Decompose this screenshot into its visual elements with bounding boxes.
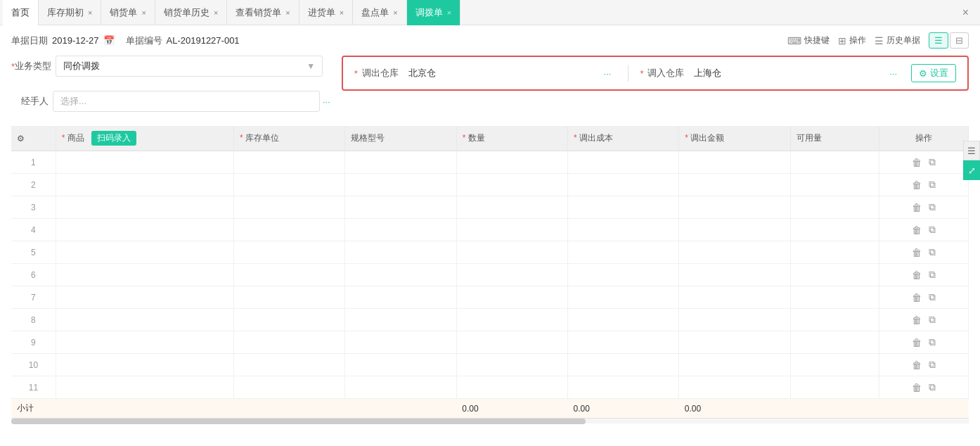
qty-cell[interactable] <box>456 219 567 241</box>
qty-cell[interactable] <box>456 196 567 219</box>
copy-icon[interactable]: ⧉ <box>927 222 937 237</box>
product-cell[interactable] <box>56 309 233 331</box>
transfer-in-more-btn[interactable]: ··· <box>884 68 903 79</box>
cost-cell[interactable] <box>568 241 679 264</box>
delete-icon[interactable]: 🗑 <box>910 178 923 192</box>
tab-home[interactable]: 首页 <box>3 0 39 25</box>
tab-stocktake-close[interactable]: × <box>393 8 397 17</box>
available-cell[interactable] <box>790 376 879 399</box>
available-cell[interactable] <box>790 219 879 241</box>
tab-transfer-close[interactable]: × <box>447 8 451 17</box>
amount-cell[interactable] <box>679 309 790 331</box>
delete-icon[interactable]: 🗑 <box>910 358 923 372</box>
spec-cell[interactable] <box>345 309 456 331</box>
amount-cell[interactable] <box>679 151 790 174</box>
view-list-btn[interactable]: ☰ <box>929 32 948 49</box>
amount-cell[interactable] <box>679 376 790 399</box>
product-cell[interactable] <box>56 174 233 196</box>
calendar-icon[interactable]: 📅 <box>103 35 115 46</box>
amount-cell[interactable] <box>679 286 790 309</box>
product-cell[interactable] <box>56 219 233 241</box>
cost-cell[interactable] <box>568 376 679 399</box>
spec-cell[interactable] <box>345 264 456 286</box>
cost-cell[interactable] <box>568 309 679 331</box>
delete-icon[interactable]: 🗑 <box>910 268 923 282</box>
delete-icon[interactable]: 🗑 <box>910 155 923 170</box>
delete-icon[interactable]: 🗑 <box>910 313 923 327</box>
delete-icon[interactable]: 🗑 <box>910 246 923 260</box>
unit-cell[interactable] <box>234 174 345 196</box>
spec-cell[interactable] <box>345 196 456 219</box>
scan-button[interactable]: 扫码录入 <box>91 131 136 146</box>
available-cell[interactable] <box>790 354 879 376</box>
tab-inventory-init[interactable]: 库存期初 × <box>39 0 101 25</box>
cost-cell[interactable] <box>568 196 679 219</box>
cost-cell[interactable] <box>568 354 679 376</box>
delete-icon[interactable]: 🗑 <box>910 291 923 305</box>
amount-cell[interactable] <box>679 174 790 196</box>
available-cell[interactable] <box>790 309 879 331</box>
cost-cell[interactable] <box>568 286 679 309</box>
horizontal-scrollbar[interactable] <box>11 418 969 423</box>
qty-cell[interactable] <box>456 309 567 331</box>
available-cell[interactable] <box>790 286 879 309</box>
product-cell[interactable] <box>56 331 233 354</box>
amount-cell[interactable] <box>679 331 790 354</box>
delete-icon[interactable]: 🗑 <box>910 223 923 237</box>
history-btn[interactable]: ☰ 历史单据 <box>875 34 920 46</box>
delete-icon[interactable]: 🗑 <box>910 381 923 395</box>
table-gear-icon[interactable]: ⚙ <box>17 134 25 144</box>
spec-cell[interactable] <box>345 331 456 354</box>
side-expand-icon[interactable]: ⤢ <box>963 160 980 180</box>
cost-cell[interactable] <box>568 331 679 354</box>
delete-icon[interactable]: 🗑 <box>910 336 923 350</box>
spec-cell[interactable] <box>345 376 456 399</box>
handler-select[interactable]: 选择... <box>53 91 320 112</box>
tab-view-sales[interactable]: 查看销货单 × <box>227 0 299 25</box>
tab-view-sales-close[interactable]: × <box>285 8 290 17</box>
product-cell[interactable] <box>56 286 233 309</box>
unit-cell[interactable] <box>234 376 345 399</box>
qty-cell[interactable] <box>456 264 567 286</box>
shortcuts-btn[interactable]: ⌨ 快捷键 <box>787 34 830 46</box>
copy-icon[interactable]: ⧉ <box>927 357 937 372</box>
settings-button[interactable]: ⚙ 设置 <box>911 64 956 82</box>
spec-cell[interactable] <box>345 174 456 196</box>
spec-cell[interactable] <box>345 286 456 309</box>
scroll-thumb[interactable] <box>11 419 586 424</box>
unit-cell[interactable] <box>234 264 345 286</box>
available-cell[interactable] <box>790 174 879 196</box>
qty-cell[interactable] <box>456 354 567 376</box>
qty-cell[interactable] <box>456 286 567 309</box>
amount-cell[interactable] <box>679 219 790 241</box>
qty-cell[interactable] <box>456 331 567 354</box>
qty-cell[interactable] <box>456 241 567 264</box>
spec-cell[interactable] <box>345 354 456 376</box>
delete-icon[interactable]: 🗑 <box>910 200 923 215</box>
copy-icon[interactable]: ⧉ <box>927 155 937 170</box>
available-cell[interactable] <box>790 264 879 286</box>
product-cell[interactable] <box>56 196 233 219</box>
copy-icon[interactable]: ⧉ <box>927 245 937 260</box>
spec-cell[interactable] <box>345 151 456 174</box>
qty-cell[interactable] <box>456 174 567 196</box>
available-cell[interactable] <box>790 331 879 354</box>
amount-cell[interactable] <box>679 241 790 264</box>
copy-icon[interactable]: ⧉ <box>927 177 937 192</box>
product-cell[interactable] <box>56 264 233 286</box>
tab-purchase-order-close[interactable]: × <box>340 8 344 17</box>
amount-cell[interactable] <box>679 196 790 219</box>
spec-cell[interactable] <box>345 219 456 241</box>
cost-cell[interactable] <box>568 151 679 174</box>
tab-sales-history-close[interactable]: × <box>214 8 218 17</box>
tab-inventory-init-close[interactable]: × <box>88 8 92 17</box>
business-type-select[interactable]: 同价调拨 ▼ <box>56 56 323 77</box>
tab-stocktake[interactable]: 盘点单 × <box>353 0 406 25</box>
available-cell[interactable] <box>790 196 879 219</box>
product-cell[interactable] <box>56 354 233 376</box>
unit-cell[interactable] <box>234 151 345 174</box>
copy-icon[interactable]: ⧉ <box>927 200 937 215</box>
cost-cell[interactable] <box>568 219 679 241</box>
tab-sales-order-close[interactable]: × <box>141 8 146 17</box>
unit-cell[interactable] <box>234 241 345 264</box>
